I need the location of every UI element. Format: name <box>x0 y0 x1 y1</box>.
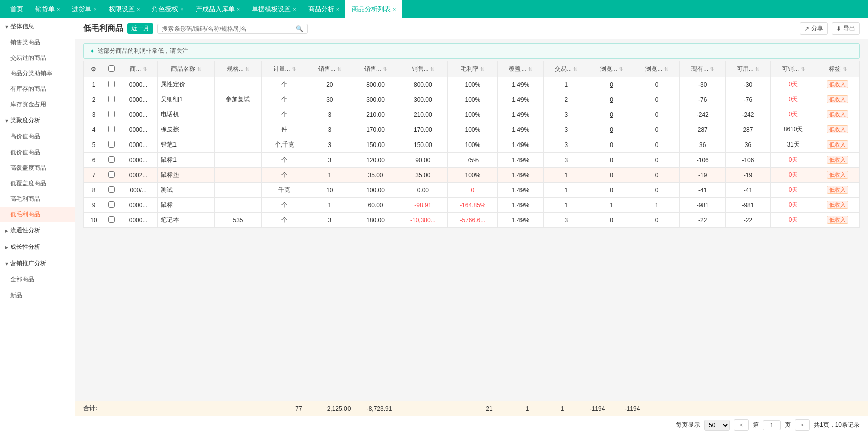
row-browse1[interactable]: 0 <box>589 122 634 137</box>
col-browse2[interactable]: 浏览... ⇅ <box>634 61 680 77</box>
row-checkbox[interactable] <box>108 201 115 208</box>
table-footer: 合计: 77 2,125.00 -8,723.91 21 1 1 -1194 -… <box>75 401 868 416</box>
row-unit: 个 <box>262 107 307 122</box>
nav-template-settings[interactable]: 单据模板设置 × <box>246 0 302 18</box>
row-checkbox[interactable] <box>108 81 115 87</box>
sidebar-item-high-value[interactable]: 高价值商品 <box>0 129 75 144</box>
export-button[interactable]: ⬇ 导出 <box>832 22 860 35</box>
sidebar-group-growth[interactable]: ▸ 成长性分析 <box>0 239 75 255</box>
close-icon[interactable]: × <box>137 6 140 12</box>
nav-sales-order[interactable]: 销货单 × <box>29 0 66 18</box>
sidebar-item-sales-products[interactable]: 销售类商品 <box>0 35 75 50</box>
prev-page-button[interactable]: ＜ <box>734 419 749 431</box>
row-checkbox[interactable] <box>108 156 115 163</box>
sidebar-item-low-coverage[interactable]: 低覆盖度商品 <box>0 176 75 191</box>
col-stock[interactable]: 现有... ⇅ <box>679 61 725 77</box>
sidebar-group-overall[interactable]: ▾ 整体信息 <box>0 18 75 35</box>
row-checkbox[interactable] <box>108 141 115 148</box>
total-records-label: 共1页，10条记录 <box>814 421 860 429</box>
row-browse2: 0 <box>634 137 680 153</box>
row-browse1[interactable]: 0 <box>589 153 634 168</box>
close-icon[interactable]: × <box>393 6 396 12</box>
col-tag[interactable]: 标签 ⇅ <box>816 61 859 77</box>
nav-role-auth[interactable]: 角色授权 × <box>146 0 189 18</box>
col-trade[interactable]: 交易... ⇅ <box>543 61 589 77</box>
row-browse1[interactable]: 0 <box>589 92 634 107</box>
sidebar-group-flow[interactable]: ▸ 流通性分析 <box>0 222 75 239</box>
page-input[interactable] <box>763 420 781 430</box>
sidebar-item-low-margin[interactable]: 低毛利商品 <box>0 207 75 222</box>
row-no: 10 <box>84 213 104 228</box>
table-row: 7 0002... 鼠标垫 个 1 35.00 35.00 100% 1.49%… <box>84 168 860 183</box>
close-icon[interactable]: × <box>237 6 240 12</box>
row-browse1[interactable]: 0 <box>589 168 634 183</box>
row-sales-profit: 90.00 <box>398 153 448 168</box>
close-icon[interactable]: × <box>93 6 96 12</box>
row-sellable: 0天 <box>771 168 816 183</box>
col-settings[interactable]: ⚙ <box>84 61 104 77</box>
row-browse1[interactable]: 1 <box>589 198 634 213</box>
next-page-button[interactable]: ＞ <box>795 419 810 431</box>
close-icon[interactable]: × <box>57 6 60 12</box>
col-browse1[interactable]: 浏览... ⇅ <box>589 61 634 77</box>
row-stock: -242 <box>679 107 725 122</box>
col-gross-rate[interactable]: 毛利率 ⇅ <box>448 61 498 77</box>
nav-home[interactable]: 首页 <box>4 0 29 18</box>
per-page-select[interactable]: 50 100 200 <box>704 420 730 431</box>
col-spec[interactable]: 规格... ⇅ <box>214 61 262 77</box>
row-sales-profit: 300.00 <box>398 92 448 107</box>
col-sales-profit[interactable]: 销售... ⇅ <box>398 61 448 77</box>
row-checkbox[interactable] <box>108 171 115 178</box>
row-stock: -76 <box>679 92 725 107</box>
row-checkbox[interactable] <box>108 111 115 117</box>
sidebar-item-category-rate[interactable]: 商品分类助销率 <box>0 66 75 81</box>
date-badge[interactable]: 近一月 <box>127 23 153 34</box>
row-browse1[interactable]: 0 <box>589 213 634 228</box>
row-name: 鼠标垫 <box>158 168 214 183</box>
row-browse1[interactable]: 0 <box>589 137 634 153</box>
nav-product-entry[interactable]: 产成品入库单 × <box>190 0 246 18</box>
sidebar-item-new-products[interactable]: 新品 <box>0 287 75 303</box>
share-button[interactable]: ↗ 分享 <box>800 22 828 35</box>
col-sales-qty[interactable]: 销售... ⇅ <box>307 61 353 77</box>
close-icon[interactable]: × <box>180 6 183 12</box>
close-icon[interactable]: × <box>336 6 339 12</box>
col-code[interactable]: 商... ⇅ <box>119 61 157 77</box>
nav-permission[interactable]: 权限设置 × <box>103 0 146 18</box>
sidebar-item-in-stock[interactable]: 有库存的商品 <box>0 81 75 97</box>
sidebar-item-high-margin[interactable]: 高毛利商品 <box>0 191 75 207</box>
row-gross-rate: 100% <box>448 77 498 92</box>
sidebar-item-high-coverage[interactable]: 高覆盖度商品 <box>0 160 75 176</box>
close-icon[interactable]: × <box>293 6 296 12</box>
search-input[interactable] <box>162 25 296 32</box>
sidebar-item-stock-capital[interactable]: 库存资金占用 <box>0 97 75 112</box>
search-icon[interactable]: 🔍 <box>296 25 303 32</box>
row-browse1[interactable]: 0 <box>589 183 634 198</box>
col-sellable[interactable]: 可销... ⇅ <box>771 61 816 77</box>
sidebar-item-traded-products[interactable]: 交易过的商品 <box>0 50 75 66</box>
table-row: 8 000/... 测试 千克 10 100.00 0.00 0 1.49% 1… <box>84 183 860 198</box>
nav-product-analysis[interactable]: 商品分析 × <box>302 0 345 18</box>
row-name: 笔记本 <box>158 213 214 228</box>
sidebar-group-cluster[interactable]: ▾ 类聚度分析 <box>0 112 75 129</box>
row-browse1[interactable]: 0 <box>589 77 634 92</box>
col-name[interactable]: 商品名称 ⇅ <box>158 61 214 77</box>
row-spec <box>214 153 262 168</box>
col-unit[interactable]: 计量... ⇅ <box>262 61 307 77</box>
row-checkbox[interactable] <box>108 126 115 132</box>
col-coverage[interactable]: 覆盖... ⇅ <box>498 61 544 77</box>
row-coverage: 1.49% <box>498 168 544 183</box>
sidebar-group-marketing[interactable]: ▾ 营销推广分析 <box>0 255 75 272</box>
col-available[interactable]: 可用... ⇅ <box>725 61 771 77</box>
row-checkbox[interactable] <box>108 186 115 193</box>
sidebar-item-low-value[interactable]: 低价值商品 <box>0 144 75 160</box>
col-sales-price[interactable]: 销售... ⇅ <box>353 61 398 77</box>
nav-product-analysis-list[interactable]: 商品分析列表 × <box>345 0 402 18</box>
row-checkbox[interactable] <box>108 96 115 102</box>
row-checkbox[interactable] <box>108 216 115 223</box>
select-all-checkbox[interactable] <box>108 65 115 72</box>
row-sales-profit: -10,380... <box>398 213 448 228</box>
row-browse1[interactable]: 0 <box>589 107 634 122</box>
sidebar-item-all-products[interactable]: 全部商品 <box>0 272 75 287</box>
nav-purchase-order[interactable]: 进货单 × <box>66 0 102 18</box>
